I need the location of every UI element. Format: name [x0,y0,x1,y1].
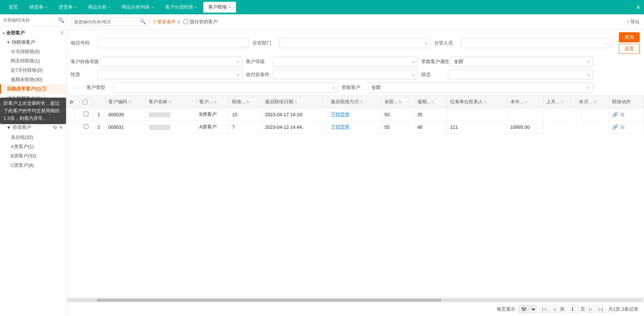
sidebar-group-value: ▼ 价值客户 ↻ ✎ 未分组(32) A类客户(1) B类客户(33) C类客户… [0,122,66,170]
scrollbar-track [68,299,643,302]
row2-overdue: 48 [414,121,447,133]
row1-checkbox[interactable] [84,112,88,116]
status-select[interactable]: ∨ [448,70,593,80]
gender-select[interactable]: ∨ [97,70,242,80]
close-sales-order-icon[interactable]: × [45,5,47,9]
sidebar-item-ungrouped[interactable]: 未分组(32) [4,133,66,142]
col-header-unpaid[interactable]: 未联...⇅ [381,96,414,108]
edit-icon[interactable]: ✎ [59,125,63,130]
row2-check [79,121,92,133]
close-purchase-order-icon[interactable]: × [74,5,76,9]
dept-select[interactable]: ∨ [279,38,431,48]
filter-gender: 性质 ∨ [71,70,242,80]
retail-select[interactable]: 全部 ∨ [368,82,593,93]
filter-row-1: 电话号码 分管部门 ∨ 分管人员 ··· [71,32,640,54]
close-customer-tier-icon[interactable]: × [195,5,197,9]
filter-dept: 分管部门 ∨ [252,38,431,48]
sidebar-item-tomorrow[interactable]: 明天待联络(1) [4,56,66,66]
row1-check [79,108,92,121]
horizontal-scrollbar[interactable] [66,298,644,302]
per-page-select[interactable]: 50 20 100 [518,305,537,313]
col-header-unit-contact[interactable]: 往来单位联系人⇅ [447,96,507,108]
manager-select[interactable]: ··· [461,38,612,48]
row2-link-icon[interactable]: 🔗 [612,124,618,130]
last-page-btn[interactable]: ▷| [596,306,606,313]
export-btn[interactable]: ↑ 导出 [627,19,640,25]
page-input[interactable] [566,306,579,313]
close-product-analysis-icon[interactable]: × [108,5,110,9]
row1-last-month [543,108,576,121]
col-header-year[interactable]: 本年...⇅ [507,96,543,108]
type-select[interactable]: ∨ [113,82,338,93]
row1-year [507,108,543,121]
customer-level-select[interactable]: ∨ [273,57,418,67]
nav-customer-contact[interactable]: 客户联络 × [203,2,236,13]
nav-purchase-order[interactable]: 进货单 × [54,2,81,13]
sidebar-item-today[interactable]: 今天待联络(0) [4,47,66,56]
col-header-last-date[interactable]: 最后联络日期⇅ [262,96,328,108]
sidebar-search-icon[interactable]: 🔍 [58,17,64,23]
search-icon[interactable]: 🔍 [140,19,146,24]
close-window-icon[interactable]: ✕ [636,4,640,11]
my-customer-checkbox[interactable] [184,19,188,24]
row1-name [146,108,196,121]
col-header-name[interactable]: 客户名称⇅ [146,96,196,108]
retail-attr-select[interactable]: 全部 ∨ [451,57,593,67]
query-button[interactable]: 查询 [619,32,640,42]
sidebar-group-header-pending[interactable]: ▼ 待联络客户 [4,38,66,47]
row1-grid-icon[interactable]: ⊞ [620,112,625,117]
nav-customer-tier[interactable]: 客户分层经营 × [160,2,202,13]
row2-grid-icon[interactable]: ⊞ [620,124,625,130]
table-row: 1 000039 B类客户 15 2023-04-17 14:19: 下销货单 … [66,108,644,121]
nav-product-analysis[interactable]: 商品分析 × [83,2,115,13]
nav-home[interactable]: 首页 [4,2,23,13]
sidebar-group-pending: ▼ 待联络客户 今天待联络(0) 明天待联络(1) 近7天待联络(0) 逾期未联… [0,38,66,84]
row1-category: B类客户 [196,108,229,121]
col-header-code[interactable]: 客户编码⇅ [105,96,146,108]
filter-retail: 零散客户 全部 ∨ [342,82,593,93]
close-product-list-icon[interactable]: × [151,5,153,9]
col-header-last-month[interactable]: 上月...⇅ [543,96,576,108]
chevron-down-icon-type: ∨ [332,86,335,90]
search-input[interactable] [74,19,139,24]
refresh-icon[interactable]: ↻ [53,125,57,130]
col-header-contact[interactable]: 联络...⇅ [229,96,262,108]
col-header-this-month[interactable]: 本月...⇅ [576,96,609,108]
table-row: 2 000031 A类客户 7 2023-04-12 14:44: 下销货单 5… [66,121,644,133]
collapse-icon[interactable]: 《 [59,30,63,36]
sidebar-item-c-class[interactable]: C类客户(6) [4,161,66,170]
close-customer-contact-icon[interactable]: × [228,5,231,9]
sidebar-item-b-class[interactable]: B类客户(33) [4,151,66,161]
nav-product-analysis-list[interactable]: 商品分析列表 × [117,2,158,13]
row1-unit-contact [447,108,507,121]
filter-type: 客户类型 ∨ [87,82,338,93]
sort-icon-overdue: ⇅ [431,100,434,104]
sidebar-item-repurchase-anomaly[interactable]: 回购异常客户(2) ⓘ [0,84,66,94]
more-link[interactable]: ··· [74,85,80,90]
row1-link-icon[interactable]: 🔗 [612,112,618,117]
sidebar-item-overdue[interactable]: 逾期未联络(30) [4,75,66,84]
prev-page-btn[interactable]: ◁ [550,306,559,313]
sort-icon-cat: ⇅ [214,100,217,104]
main-layout: 🔍 ▪ 全部客户 《 ▼ 待联络客户 今天待联络(0) 明天待联络(1) 近7天… [0,14,644,316]
more-conditions-btn[interactable]: ▽ 更多条件 ∨ [153,19,181,25]
col-header-setting[interactable]: ⚙ [66,96,79,108]
payment-select[interactable]: ∨ [273,70,418,80]
select-all-checkbox[interactable] [83,100,87,104]
sidebar-search-input[interactable] [3,18,57,23]
col-header-last-method[interactable]: 最后联络方式⇅ [328,96,381,108]
nav-sales-order[interactable]: 销货单 × [24,2,52,13]
col-header-category[interactable]: 客户...⇅ [196,96,229,108]
sidebar-root[interactable]: ▪ 全部客户 《 [0,28,66,38]
row2-checkbox[interactable] [84,124,88,129]
page-nav: |◁ ◁ 第 页 ▷ ▷| [539,306,606,313]
price-level-select[interactable]: ∨ [100,57,242,67]
sidebar-item-a-class[interactable]: A类客户(1) [4,142,66,151]
next-page-btn[interactable]: ▷ [587,306,595,313]
first-page-btn[interactable]: |◁ [539,306,549,313]
scrollbar-thumb[interactable] [97,299,441,302]
setting-button[interactable]: 设置 [619,44,640,54]
phone-input[interactable] [97,38,249,48]
col-header-overdue[interactable]: 逾期...⇅ [414,96,447,108]
sidebar-item-7days[interactable]: 近7天待联络(0) [4,66,66,75]
